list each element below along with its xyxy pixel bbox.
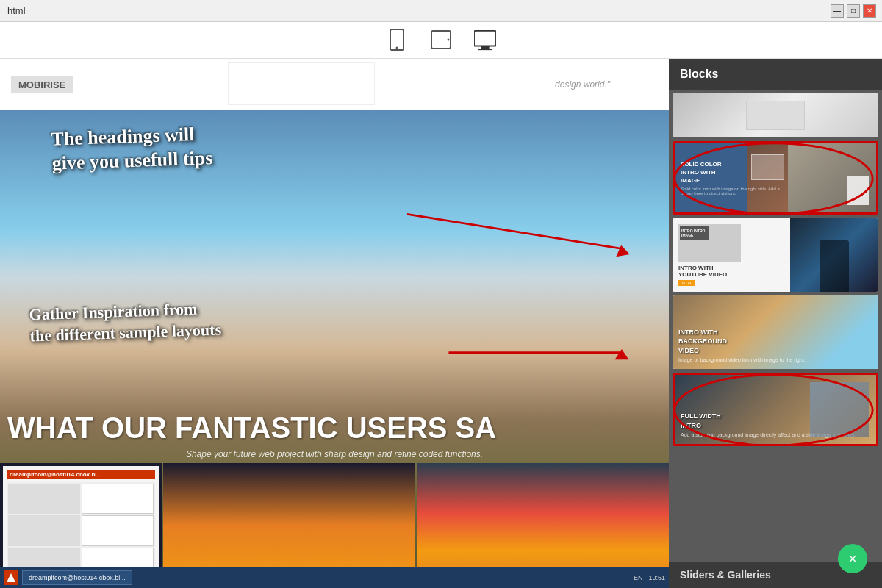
what-our-text: WHAT OUR FANTASTIC USERS SA (0, 412, 669, 445)
close-panel-button[interactable]: × (838, 544, 867, 573)
taskbar-filemanager-item[interactable]: dreampifcom@host014.cbox.bi... (22, 570, 132, 585)
block-4-photo (810, 382, 869, 437)
filemanager-title: dreampifcom@host014.cbox.bi... (7, 470, 155, 479)
block-4-image (810, 382, 869, 437)
block-2-preview-img: INTRO INTROIMAGE (678, 224, 741, 262)
block-2-right (790, 218, 878, 292)
preview-quote: design world." (555, 79, 610, 90)
block-full-width-intro[interactable]: FULL WIDTHINTRO Add a stunning backgroun… (673, 373, 878, 446)
window-controls[interactable]: — □ ✕ (831, 4, 876, 18)
block-2-silhouette (820, 240, 849, 292)
canvas-area: MOBIRISE design world." The headings wil… (0, 59, 669, 588)
taskbar-logo (4, 570, 18, 585)
block-2-inner: INTRO INTROIMAGE INTRO WITHYOUTUBE VIDEO… (673, 218, 878, 292)
svg-point-3 (448, 38, 450, 40)
block-2-mini-label: INTRO INTROIMAGE (680, 226, 709, 240)
block-3-label-container: INTRO WITHBACKGROUNDVIDEO Image or backg… (678, 328, 806, 363)
block-2-btn: BTN (678, 280, 695, 286)
block-4-full: FULL WIDTHINTRO Add a stunning backgroun… (675, 375, 876, 444)
block-partial-top[interactable] (673, 93, 878, 137)
block-3-label: INTRO WITHBACKGROUNDVIDEO (678, 328, 806, 356)
block-intro-youtube[interactable]: INTRO INTROIMAGE INTRO WITHYOUTUBE VIDEO… (673, 218, 878, 292)
subtext: Shape your future web project with sharp… (0, 449, 669, 459)
desktop-view-button[interactable] (474, 29, 496, 51)
tablet-view-button[interactable] (430, 29, 452, 51)
block-2-title: INTRO WITHYOUTUBE VIDEO (678, 265, 784, 278)
panel-title: Blocks (669, 59, 882, 90)
block-intro-bg-video[interactable]: INTRO WITHBACKGROUNDVIDEO Image or backg… (673, 295, 878, 369)
minimize-button[interactable]: — (831, 4, 844, 18)
blocks-list: SOLID COLORINTRO WITHIMAGE Solid color i… (669, 90, 882, 562)
device-toolbar (0, 22, 882, 59)
svg-marker-11 (7, 573, 15, 582)
preview-card (228, 62, 375, 105)
annotation-layouts: Gather Inspiration from the different sa… (29, 298, 221, 346)
block-1-laptop (751, 154, 784, 180)
close-button[interactable]: ✕ (863, 4, 876, 18)
block-1-inner: SOLID COLORINTRO WITHIMAGE Solid color i… (675, 143, 876, 212)
window-title: html (7, 5, 26, 16)
block-solid-color-intro[interactable]: SOLID COLORINTRO WITHIMAGE Solid color i… (673, 141, 878, 215)
block-1-right (788, 143, 876, 212)
annotation-headings: The headings will give you usefull tips (51, 122, 213, 176)
svg-point-1 (396, 46, 398, 49)
svg-rect-6 (478, 49, 492, 50)
taskbar: dreampifcom@host014.cbox.bi... EN 10:51 (0, 567, 669, 588)
block-2-left: INTRO INTROIMAGE INTRO WITHYOUTUBE VIDEO… (673, 218, 790, 292)
svg-rect-4 (474, 30, 496, 46)
taskbar-right: EN 10:51 (634, 574, 665, 581)
block-3-sub: Image or background video intro with ima… (678, 357, 806, 363)
partial-preview (673, 93, 878, 137)
taskbar-time: 10:51 (648, 574, 665, 581)
preview-logo: MOBIRISE (11, 76, 73, 93)
taskbar-locale: EN (634, 574, 643, 581)
restore-button[interactable]: □ (847, 4, 860, 18)
block-1-preview: SOLID COLORINTRO WITHIMAGE Solid color i… (675, 143, 788, 212)
block-3-full: INTRO WITHBACKGROUNDVIDEO Image or backg… (673, 295, 878, 369)
title-bar: html — □ ✕ (0, 0, 882, 22)
website-preview: MOBIRISE design world." The headings wil… (0, 59, 669, 588)
preview-header: MOBIRISE design world." (0, 59, 669, 110)
svg-rect-5 (481, 46, 489, 49)
mobile-view-button[interactable] (386, 29, 408, 51)
preview-content: The headings will give you usefull tips … (0, 110, 669, 588)
block-1-notebook (847, 176, 869, 205)
right-panel: Blocks SOLID COLORINTRO WITHIMAGE (669, 59, 882, 588)
main-layout: MOBIRISE design world." The headings wil… (0, 59, 882, 588)
